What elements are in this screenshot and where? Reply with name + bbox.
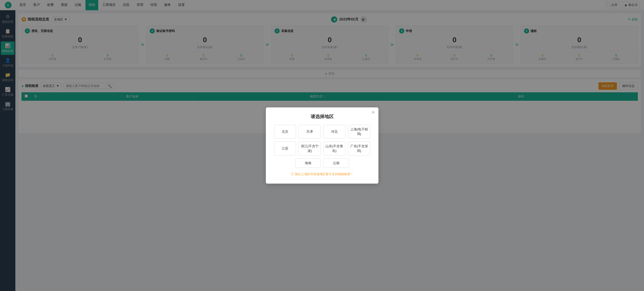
region-btn-云南[interactable]: 云南 — [323, 159, 349, 168]
region-btn-北京[interactable]: 北京 — [274, 125, 296, 139]
region-btn-海南[interactable]: 海南 — [295, 159, 321, 168]
region-btn-山东(不含青岛)[interactable]: 山东(不含青岛) — [323, 142, 346, 155]
warning-text: 除以上地区外其他地区暂不支持报税检查！ — [295, 172, 353, 176]
region-btn-上海(电子税局)[interactable]: 上海(电子税局) — [348, 125, 370, 139]
warning-icon: ⓘ — [291, 172, 294, 176]
region-btn-广东(不含深圳)[interactable]: 广东(不含深圳) — [348, 142, 370, 155]
modal-warning: ⓘ 除以上地区外其他地区暂不支持报税检查！ — [274, 172, 370, 176]
region-btn-江苏[interactable]: 江苏 — [274, 142, 296, 155]
modal-overlay[interactable]: ✕ 请选择地区 北京天津河北上海(电子税局) 江苏浙江(不含宁波)山东(不含青岛… — [0, 0, 644, 291]
region-grid-row2: 江苏浙江(不含宁波)山东(不含青岛)广东(不含深圳) — [274, 142, 370, 155]
region-btn-河北[interactable]: 河北 — [323, 125, 346, 139]
region-grid-row1: 北京天津河北上海(电子税局) — [274, 125, 370, 139]
region-select-modal: ✕ 请选择地区 北京天津河北上海(电子税局) 江苏浙江(不含宁波)山东(不含青岛… — [266, 107, 378, 184]
region-btn-浙江(不含宁波)[interactable]: 浙江(不含宁波) — [299, 142, 321, 155]
region-btn-天津[interactable]: 天津 — [299, 125, 321, 139]
modal-title: 请选择地区 — [274, 114, 370, 120]
region-grid-row3: 海南云南 — [274, 159, 370, 168]
modal-close-btn[interactable]: ✕ — [372, 110, 375, 115]
